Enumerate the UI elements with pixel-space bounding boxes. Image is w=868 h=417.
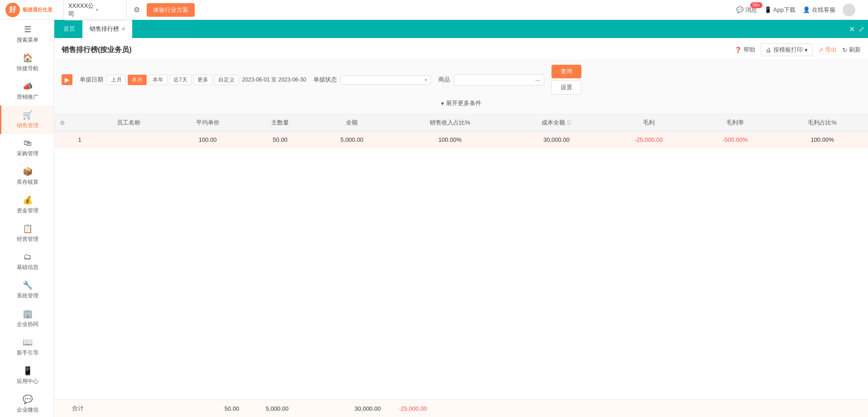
tab-close-window-icon[interactable]: ✕	[849, 25, 855, 34]
top-bar-right: 💬 消息 99+ 📱 App下载 👤 在线客服	[736, 4, 863, 16]
main-layout: ☰ 搜索菜单 🏠 快捷导航 📣 营销推广 🛒 销售管理 🛍 采购管理 📦 库存核…	[0, 20, 868, 417]
logo-text: 畅捷通好生意	[23, 6, 53, 13]
operation-icon: 📋	[23, 224, 33, 234]
sidebar-item-search[interactable]: ☰ 搜索菜单	[0, 20, 54, 48]
filter-actions: 查询 设置	[551, 65, 581, 95]
sidebar-item-label: 快捷导航	[17, 65, 38, 72]
help-button[interactable]: ❓ 帮助	[734, 46, 755, 54]
sidebar-item-label: 企业微信	[17, 406, 38, 414]
sidebar-item-basic-info[interactable]: 🗂 基础信息	[0, 248, 54, 276]
footer-cost-amount: 30,000.00	[350, 405, 386, 412]
app-center-icon: 📱	[23, 366, 33, 376]
online-service-icon: 👤	[803, 6, 810, 13]
date-btn-this-month[interactable]: 本月	[128, 75, 147, 85]
row-gross-rate-cell: -500.00%	[694, 132, 777, 148]
sidebar-item-app-center[interactable]: 📱 应用中心	[0, 361, 54, 390]
col-sales-pct: 销售收入占比%	[391, 114, 509, 132]
basic-info-icon: 🗂	[24, 252, 32, 262]
chevron-down-icon: ▾	[96, 7, 122, 12]
table-row: 1 100.00 50.00 5,000.00 100.00% 30,000.0…	[54, 132, 868, 148]
sidebar-item-label: 资金管理	[17, 207, 38, 215]
export-icon: ↗	[818, 47, 823, 53]
wechat-icon: 💬	[23, 394, 33, 404]
sidebar-item-inventory[interactable]: 📦 库存核算	[0, 162, 54, 191]
online-service-label: 在线客服	[812, 6, 835, 14]
page-actions: ❓ 帮助 🖨 按模板打印 ▾ ↗ 导出 ↻ 刷新	[734, 43, 861, 56]
top-settings-icon[interactable]: ⚙	[130, 4, 143, 16]
sidebar-item-purchase[interactable]: 🛍 采购管理	[0, 134, 54, 162]
tab-home-label: 首页	[63, 25, 75, 33]
expand-conditions-button[interactable]: ▾ 展开更多条件	[441, 97, 481, 109]
app-download-label: App下载	[773, 6, 796, 14]
goods-more-icon: ···	[535, 77, 540, 83]
col-rank	[71, 114, 89, 132]
goods-select[interactable]: ···	[454, 74, 544, 86]
row-sales-pct-cell: 100.00%	[391, 132, 509, 148]
search-icon: ☰	[24, 24, 31, 34]
row-cost-amount-cell: 30,000.00	[509, 132, 604, 148]
home-icon: 🏠	[23, 53, 33, 63]
tab-close-icon[interactable]: ×	[122, 26, 125, 32]
sidebar-item-label: 企业协同	[17, 321, 38, 328]
date-btn-7days[interactable]: 近7天	[169, 75, 192, 85]
messages-button[interactable]: 💬 消息 99+	[736, 6, 757, 14]
table-footer: 合计 50.00 5,000.00 30,000.00 -25,000.00	[54, 399, 868, 417]
row-name-cell	[89, 132, 168, 148]
app-download-icon: 📱	[764, 6, 772, 13]
sales-rank-table: ⚙ 员工名称 平均单价 主数量 全额 销售收入占比% 成本全额 ⓘ 毛利	[54, 114, 868, 148]
sidebar-item-label: 销售管理	[17, 122, 38, 129]
online-service-button[interactable]: 👤 在线客服	[803, 6, 835, 14]
sidebar-item-sales[interactable]: 🛒 销售管理	[0, 105, 54, 134]
export-button[interactable]: ↗ 导出	[818, 46, 837, 54]
footer-main-qty: 50.00	[214, 405, 250, 412]
cost-info-icon[interactable]: ⓘ	[566, 120, 571, 125]
table-header-row: ⚙ 员工名称 平均单价 主数量 全额 销售收入占比% 成本全额 ⓘ 毛利	[54, 114, 868, 132]
filter-date-group: 单据日期 上月 本月 本年 近7天 更多 自定义 2023-06-01 至 20…	[80, 75, 306, 85]
sidebar-item-enterprise[interactable]: 🏢 企业协同	[0, 304, 54, 333]
marketing-icon: 📣	[23, 81, 33, 91]
company-selector[interactable]: XXXXX公司 ▾	[63, 0, 127, 20]
col-avg-price: 平均单价	[168, 114, 247, 132]
date-btn-last-month[interactable]: 上月	[107, 75, 126, 85]
template-print-button[interactable]: 🖨 按模板打印 ▾	[761, 43, 813, 56]
date-btn-this-year[interactable]: 本年	[149, 75, 168, 85]
date-btn-custom[interactable]: 自定义	[214, 75, 239, 85]
col-gross-rate: 毛利率	[694, 114, 777, 132]
top-bar: 好 畅捷通好生意 XXXXX公司 ▾ ⚙ 体验行业方案 💬 消息 99+ 📱 A…	[0, 0, 868, 20]
sidebar-item-label: 采购管理	[17, 150, 38, 158]
sidebar-item-finance[interactable]: 💰 资金管理	[0, 191, 54, 219]
doc-status-select[interactable]: ▾	[340, 75, 431, 85]
purchase-icon: 🛍	[24, 139, 32, 148]
row-gross-profit-cell: -25,000.00	[604, 132, 693, 148]
settings-button[interactable]: 设置	[551, 80, 581, 95]
sidebar-item-system[interactable]: 🔧 系统管理	[0, 276, 54, 304]
system-icon: 🔧	[23, 280, 33, 290]
sidebar-item-quick-nav[interactable]: 🏠 快捷导航	[0, 48, 54, 77]
tab-sales-rank[interactable]: 销售排行榜 ×	[82, 20, 132, 38]
date-btn-more[interactable]: 更多	[193, 75, 212, 85]
tab-expand-icon[interactable]: ⤢	[858, 25, 864, 34]
footer-label: 合计	[60, 404, 96, 412]
query-button[interactable]: 查询	[551, 65, 581, 78]
refresh-icon: ↻	[842, 47, 847, 53]
avatar[interactable]	[843, 4, 855, 16]
date-filter-label: 单据日期	[80, 76, 103, 84]
column-settings-icon[interactable]: ⚙	[60, 120, 65, 126]
footer-gross-profit: -25,000.00	[395, 405, 431, 412]
sidebar-item-marketing[interactable]: 📣 营销推广	[0, 77, 54, 105]
row-rank-cell: 1	[71, 132, 89, 148]
filter-expand-arrow[interactable]: ▶	[62, 74, 72, 85]
refresh-button[interactable]: ↻ 刷新	[842, 46, 861, 54]
app-download-button[interactable]: 📱 App下载	[764, 6, 796, 14]
sidebar-item-label: 营销推广	[17, 93, 38, 101]
tab-home[interactable]: 首页	[56, 20, 82, 38]
sidebar-item-label: 经营管理	[17, 235, 38, 243]
sidebar-item-wechat[interactable]: 💬 企业微信	[0, 390, 54, 417]
sidebar-item-guide[interactable]: 📖 新手引导	[0, 333, 54, 361]
col-name: 员工名称	[89, 114, 168, 132]
sidebar-item-operation[interactable]: 📋 经营管理	[0, 219, 54, 248]
sidebar-item-label: 新手引导	[17, 349, 38, 357]
sidebar-item-label: 库存核算	[17, 178, 38, 186]
goods-label: 商品	[438, 76, 450, 84]
trial-button[interactable]: 体验行业方案	[147, 3, 195, 17]
